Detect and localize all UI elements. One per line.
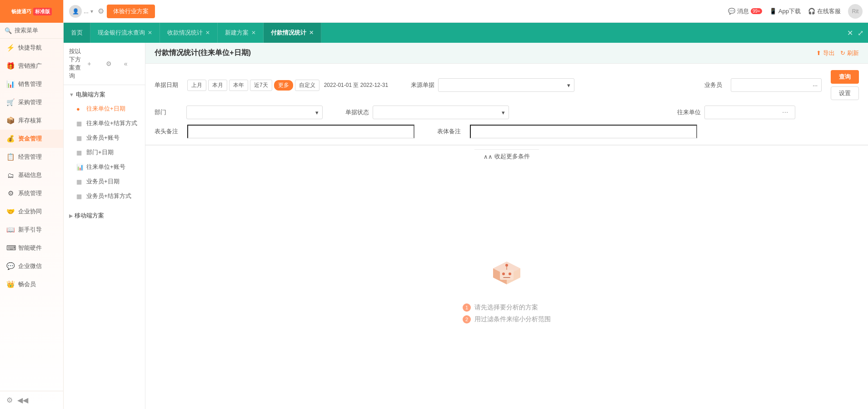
date-btn-this-month[interactable]: 本月	[208, 80, 227, 91]
sidebar-item-label: 快捷导航	[18, 44, 42, 52]
partner-dots: ···	[782, 108, 791, 116]
user-dropdown-icon[interactable]: ▾	[90, 8, 93, 15]
tab-receipts-close[interactable]: ✕	[205, 30, 210, 36]
sidebar-item-operations[interactable]: 📋 经营管理	[0, 148, 63, 166]
sidebar-item-hardware[interactable]: ⌨ 智能硬件	[0, 239, 63, 257]
inventory-icon: 📦	[6, 116, 15, 125]
header-left: 👤 ... ▾ ⚙ 体验行业方案	[69, 5, 155, 18]
header-right: 💬 消息 99+ 📱 App下载 🎧 在线客服 Rit	[728, 4, 863, 19]
scheme-partner-settlement[interactable]: ▦ 往来单位+结算方式	[64, 116, 145, 131]
tab-payments-close[interactable]: ✕	[309, 30, 314, 36]
sidebar-item-member[interactable]: 👑 畅会员	[0, 275, 63, 293]
header-settings-icon[interactable]: ⚙	[98, 7, 104, 15]
online-service-btn[interactable]: 🎧 在线客服	[808, 7, 841, 15]
tab-new-scheme[interactable]: 新建方案 ✕	[218, 23, 264, 43]
scheme-icon: ▦	[76, 193, 84, 200]
desktop-section: ▼ 电脑端方案 ● 往来单位+日期 ▦ 往来单位+结算方式 ▦ 业务员+账号 ▦	[64, 85, 145, 206]
message-badge: 99+	[751, 8, 762, 14]
messages-btn[interactable]: 💬 消息 99+	[728, 7, 762, 15]
doc-status-select[interactable]: ▾	[373, 106, 509, 119]
collapse-btn[interactable]: ∧∧ 收起更多条件	[474, 149, 539, 163]
collapse-sidebar-icon[interactable]: ◀◀	[17, 396, 28, 404]
trial-btn[interactable]: 体验行业方案	[107, 5, 155, 18]
sidebar-item-label: 企业微信	[18, 262, 42, 270]
sidebar-item-label: 智能硬件	[18, 244, 42, 252]
logo: 畅捷通巧 标准版	[0, 0, 63, 23]
sidebar-item-guide[interactable]: 📖 新手引导	[0, 221, 63, 239]
dept-label: 部门	[155, 108, 177, 116]
date-btn-last-month[interactable]: 上月	[187, 80, 206, 91]
mobile-section: ▶ 移动端方案	[64, 206, 145, 225]
source-select[interactable]: ▾	[438, 78, 574, 92]
scheme-salesperson-account[interactable]: ▦ 业务员+账号	[64, 131, 145, 145]
tab-payments[interactable]: 付款情况统计 ✕	[264, 23, 321, 43]
add-scheme-icon[interactable]: +	[87, 60, 103, 67]
date-btn-7days[interactable]: 近7天	[250, 80, 272, 91]
collapse-row: ∧∧ 收起更多条件	[145, 145, 868, 167]
expand-icon[interactable]: ⤢	[858, 29, 863, 37]
partner-select[interactable]: ···	[704, 106, 795, 119]
partner-label: 往来单位	[677, 108, 701, 116]
settings-bottom-icon[interactable]: ⚙	[6, 396, 13, 404]
settings-btn[interactable]: 设置	[831, 86, 859, 100]
dept-chevron-icon: ▾	[315, 109, 319, 116]
salesperson-select[interactable]: ···	[731, 78, 822, 92]
tab-cash-flow-close[interactable]: ✕	[148, 30, 152, 36]
sidebar-item-capital[interactable]: 💰 资金管理	[0, 130, 63, 148]
dept-select[interactable]: ▾	[186, 106, 323, 119]
scheme-label: 业务员+日期	[86, 177, 120, 186]
filter-row-3: 表头备注 表体备注	[155, 125, 859, 138]
sidebar-item-label: 企业协同	[18, 207, 42, 216]
search-menu[interactable]: 🔍 搜索菜单	[0, 23, 63, 39]
close-all-tabs-icon[interactable]: ✕	[847, 29, 853, 37]
sidebar-item-sales[interactable]: 📊 销售管理	[0, 75, 63, 93]
filter-area: 单据日期 上月 本月 本年 近7天 更多 自定义 2022-01-01 至 20…	[145, 64, 868, 145]
sidebar-item-inventory[interactable]: 📦 库存核算	[0, 111, 63, 130]
scheme-partner-account[interactable]: 📊 往来单位+账号	[64, 160, 145, 174]
filter-action-col: 查询 设置	[831, 70, 859, 100]
query-btn[interactable]: 查询	[831, 70, 859, 84]
tab-home[interactable]: 首页	[64, 23, 90, 43]
sidebar-item-system[interactable]: ⚙ 系统管理	[0, 184, 63, 202]
tab-cash-flow-label: 现金银行流水查询	[98, 29, 145, 37]
empty-illustration	[484, 252, 529, 298]
scheme-collapse-icon[interactable]: «	[124, 60, 140, 67]
sidebar-item-quick-nav[interactable]: ⚡ 快捷导航	[0, 39, 63, 57]
user-avatar[interactable]: Rit	[848, 4, 863, 19]
scheme-salesperson-settlement[interactable]: ▦ 业务员+结算方式	[64, 189, 145, 203]
desktop-section-header[interactable]: ▼ 电脑端方案	[64, 88, 145, 101]
sidebar-item-basic-info[interactable]: 🗂 基础信息	[0, 166, 63, 184]
scheme-icon: ▦	[76, 120, 84, 127]
sidebar-item-label: 销售管理	[18, 80, 42, 88]
scheme-dept-date[interactable]: ▦ 部门+日期	[64, 145, 145, 160]
filter-row-2: 部门 ▾ 单据状态 ▾ 往来单位	[155, 106, 859, 119]
scheme-settings-icon[interactable]: ⚙	[106, 60, 121, 67]
sidebar-item-marketing[interactable]: 🎁 营销推广	[0, 57, 63, 75]
mobile-section-header[interactable]: ▶ 移动端方案	[64, 209, 145, 222]
refresh-btn[interactable]: ↻ 刷新	[840, 49, 859, 57]
date-btn-this-year[interactable]: 本年	[229, 80, 248, 91]
scheme-active-icon: ●	[76, 106, 84, 112]
sidebar-item-label: 采购管理	[18, 98, 42, 106]
scheme-label: 往来单位+结算方式	[86, 119, 137, 127]
scheme-salesperson-date[interactable]: ▦ 业务员+日期	[64, 174, 145, 189]
header-notes-input[interactable]	[187, 125, 414, 138]
sidebar-item-purchase[interactable]: 🛒 采购管理	[0, 93, 63, 111]
date-btn-more[interactable]: 更多	[274, 80, 293, 91]
date-btn-custom[interactable]: 自定义	[295, 80, 319, 91]
scheme-label: 业务员+结算方式	[86, 192, 131, 200]
body-notes-input[interactable]	[470, 125, 697, 138]
scheme-panel: 按以下方案查询 + ⚙ « ▼ 电脑端方案 ● 往来单位+日期 ▦ 往来单位+结…	[64, 43, 145, 409]
scheme-label: 业务员+账号	[86, 134, 120, 142]
hardware-icon: ⌨	[6, 244, 15, 252]
export-btn[interactable]: ⬆ 导出	[816, 49, 835, 57]
sidebar-item-enterprise[interactable]: 🤝 企业协同	[0, 202, 63, 221]
tab-receipts[interactable]: 收款情况统计 ✕	[160, 23, 218, 43]
sidebar-item-wechat[interactable]: 💬 企业微信	[0, 257, 63, 275]
salesperson-label: 业务员	[704, 81, 727, 89]
tab-new-scheme-close[interactable]: ✕	[251, 30, 256, 36]
app-download-btn[interactable]: 📱 App下载	[769, 7, 801, 15]
scheme-partner-date[interactable]: ● 往来单位+日期	[64, 101, 145, 116]
tab-cash-flow[interactable]: 现金银行流水查询 ✕	[90, 23, 160, 43]
user-name: ...	[84, 8, 89, 15]
